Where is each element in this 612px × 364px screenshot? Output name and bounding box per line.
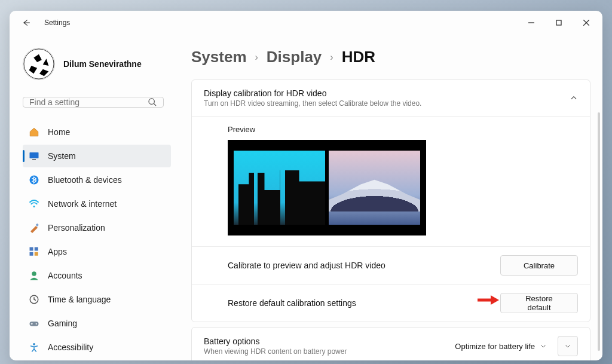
- card-header[interactable]: Display calibration for HDR video Turn o…: [192, 80, 590, 116]
- close-icon: [583, 20, 589, 26]
- chevron-down-icon: [540, 342, 547, 350]
- system-icon: [29, 151, 39, 161]
- svg-rect-0: [556, 20, 561, 25]
- svg-point-6: [149, 99, 154, 104]
- sidebar-item-accessibility[interactable]: Accessibility: [23, 336, 171, 359]
- calibrate-label: Calibrate to preview and adjust HDR vide…: [228, 261, 500, 270]
- sidebar-item-label: Gaming: [48, 319, 77, 328]
- avatar: [23, 48, 55, 80]
- svg-point-20: [33, 343, 35, 345]
- restore-default-button[interactable]: Restore default: [500, 293, 578, 313]
- red-arrow-annotation: [476, 294, 500, 306]
- search-box[interactable]: [23, 97, 164, 108]
- battery-subtitle: When viewing HDR content on battery powe…: [204, 347, 452, 356]
- gaming-icon: [29, 318, 39, 329]
- sidebar-item-label: Network & internet: [48, 199, 117, 209]
- battery-row[interactable]: Battery options When viewing HDR content…: [192, 328, 590, 360]
- sidebar-item-apps[interactable]: Apps: [23, 240, 171, 263]
- chevron-right-icon: ›: [330, 52, 333, 63]
- sidebar-item-home[interactable]: Home: [23, 121, 171, 143]
- battery-dropdown-value: Optimize for battery life: [455, 342, 535, 351]
- profile-block[interactable]: Dilum Senevirathne: [23, 48, 171, 80]
- search-input[interactable]: [29, 97, 148, 107]
- sidebar: Dilum Senevirathne Home System: [10, 35, 177, 360]
- breadcrumb: System › Display › HDR: [191, 48, 590, 66]
- svg-point-19: [36, 323, 37, 325]
- personalization-icon: [29, 222, 39, 233]
- svg-point-1: [24, 49, 54, 79]
- breadcrumb-hdr: HDR: [342, 48, 375, 66]
- time-icon: [29, 294, 39, 305]
- username: Dilum Senevirathne: [63, 59, 142, 69]
- apps-icon: [29, 246, 39, 257]
- battery-dropdown[interactable]: Optimize for battery life: [452, 338, 549, 354]
- titlebar: Settings: [10, 11, 602, 35]
- svg-rect-8: [32, 159, 36, 160]
- svg-point-10: [33, 206, 35, 207]
- sidebar-item-gaming[interactable]: Gaming: [23, 312, 171, 335]
- sidebar-item-label: Home: [48, 127, 70, 137]
- hdr-preview-image: [228, 140, 426, 235]
- content-area: Dilum Senevirathne Home System: [10, 35, 602, 360]
- settings-window: Settings: [10, 11, 602, 360]
- sidebar-item-label: Personalization: [48, 223, 105, 233]
- minimize-icon: [528, 20, 534, 26]
- minimize-button[interactable]: [518, 13, 545, 32]
- svg-rect-7: [30, 152, 39, 158]
- close-button[interactable]: [573, 13, 600, 32]
- restore-label: Restore default calibration settings: [228, 298, 500, 308]
- preview-right-image: [329, 151, 420, 225]
- sidebar-item-label: Accessibility: [48, 342, 93, 352]
- main-panel: System › Display › HDR Display calibrati…: [177, 35, 602, 360]
- hdr-calibration-card: Display calibration for HDR video Turn o…: [191, 79, 590, 322]
- avatar-icon: [23, 48, 54, 79]
- chevron-down-icon: [564, 342, 571, 350]
- chevron-up-icon: [570, 94, 578, 102]
- svg-rect-15: [35, 252, 38, 256]
- sidebar-item-label: System: [48, 151, 76, 161]
- back-button[interactable]: [17, 13, 36, 32]
- accounts-icon: [29, 270, 39, 281]
- svg-rect-13: [35, 247, 38, 251]
- battery-options-card: Battery options When viewing HDR content…: [191, 327, 590, 360]
- breadcrumb-system[interactable]: System: [191, 48, 247, 66]
- svg-rect-11: [36, 224, 39, 227]
- sidebar-item-label: Accounts: [48, 271, 82, 280]
- card-subtitle: Turn on HDR video streaming, then select…: [204, 99, 570, 108]
- maximize-button[interactable]: [545, 13, 573, 32]
- sidebar-item-bluetooth[interactable]: Bluetooth & devices: [23, 169, 171, 191]
- battery-title: Battery options: [204, 337, 452, 346]
- search-icon: [148, 97, 157, 107]
- sidebar-item-accounts[interactable]: Accounts: [23, 264, 171, 287]
- preview-label: Preview: [228, 125, 578, 134]
- sidebar-item-system[interactable]: System: [23, 145, 171, 167]
- back-arrow-icon: [22, 19, 30, 27]
- sidebar-item-label: Time & language: [48, 295, 111, 304]
- svg-rect-14: [30, 252, 33, 256]
- breadcrumb-display[interactable]: Display: [267, 48, 322, 66]
- network-icon: [29, 198, 39, 209]
- preview-left-image: [234, 151, 325, 225]
- sidebar-nav: Home System Bluetooth & devices: [23, 121, 171, 359]
- accessibility-icon: [29, 342, 39, 353]
- home-icon: [29, 127, 39, 137]
- app-title: Settings: [44, 19, 70, 27]
- maximize-icon: [556, 20, 562, 26]
- chevron-right-icon: ›: [255, 52, 258, 63]
- sidebar-item-personalization[interactable]: Personalization: [23, 216, 171, 239]
- card-title: Display calibration for HDR video: [204, 88, 570, 98]
- bluetooth-icon: [29, 175, 39, 185]
- calibrate-button[interactable]: Calibrate: [500, 255, 578, 276]
- scrollbar[interactable]: [598, 112, 600, 351]
- restore-row: Restore default calibration settings Res…: [192, 285, 590, 322]
- sidebar-item-label: Apps: [48, 247, 67, 256]
- svg-rect-12: [30, 247, 33, 251]
- sidebar-item-label: Bluetooth & devices: [48, 175, 122, 185]
- preview-section: Preview: [192, 117, 590, 246]
- svg-point-16: [32, 271, 36, 276]
- calibrate-row: Calibrate to preview and adjust HDR vide…: [192, 247, 590, 284]
- expand-button[interactable]: [558, 336, 578, 356]
- sidebar-item-time[interactable]: Time & language: [23, 288, 171, 311]
- sidebar-item-network[interactable]: Network & internet: [23, 192, 171, 215]
